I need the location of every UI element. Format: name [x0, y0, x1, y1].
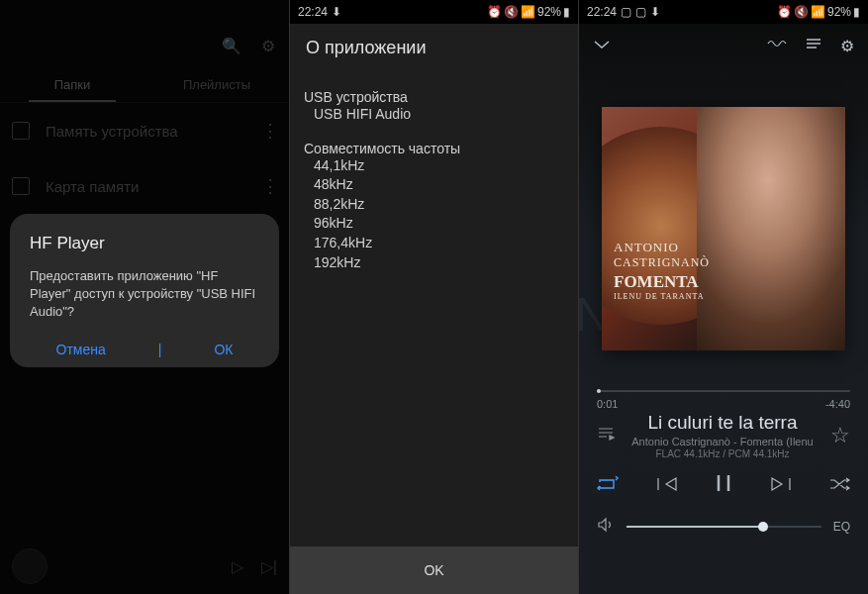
list-item-label: Память устройства [46, 123, 245, 140]
volume-icon[interactable] [597, 517, 615, 537]
album-title: FOMENTA [614, 272, 710, 292]
device-icon [12, 122, 30, 140]
queue-icon[interactable] [805, 37, 822, 54]
album-subtitle: ILENU DE TARANTA [614, 292, 710, 301]
screenshot-icon: ▢ [635, 5, 646, 19]
track-format: FLAC 44.1kHz / PCM 44.1kHz [625, 448, 820, 459]
mini-album-art[interactable] [12, 548, 48, 584]
freq-item: 96kHz [304, 214, 564, 234]
more-icon[interactable]: ⋮ [261, 120, 277, 142]
progress-thumb[interactable] [597, 389, 601, 393]
freq-compat-label: Совместимость частоты [304, 141, 564, 156]
tab-folders[interactable]: Папки [0, 67, 145, 102]
playlist-icon[interactable] [597, 426, 615, 446]
freq-list: 44,1kHz 48kHz 88,2kHz 96kHz 176,4kHz 192… [304, 156, 564, 273]
progress-bar[interactable] [597, 390, 850, 392]
dialog-separator: | [158, 342, 162, 357]
settings-icon[interactable]: ⚙ [261, 37, 275, 55]
signal-icon: 📶 [811, 5, 825, 19]
freq-item: 48kHz [304, 175, 564, 195]
signal-icon: 📶 [521, 5, 535, 19]
search-icon[interactable]: 🔍 [222, 37, 241, 55]
volume-thumb[interactable] [758, 522, 768, 532]
mini-next-icon[interactable]: ▷| [261, 557, 277, 576]
settings-icon[interactable]: ⚙ [840, 37, 854, 55]
dialog-title: HF Player [30, 234, 259, 253]
time-remaining: -4:40 [825, 398, 850, 410]
visualizer-icon[interactable] [767, 37, 787, 54]
alarm-icon: ⏰ [777, 5, 792, 19]
page-title: О приложении [290, 24, 578, 71]
collapse-icon[interactable] [593, 37, 611, 54]
sdcard-icon [12, 177, 30, 195]
battery-icon: ▮ [563, 5, 570, 19]
shuffle-button[interactable] [828, 476, 850, 497]
album-artist-last: CASTRIGNANÒ [614, 255, 710, 270]
mute-icon: 🔇 [794, 5, 809, 19]
favorite-icon[interactable]: ☆ [830, 423, 850, 448]
volume-slider[interactable] [627, 526, 821, 528]
usb-device-value: USB HIFI Audio [304, 105, 564, 125]
album-artist-first: ANTONIO [614, 240, 710, 255]
status-time: 22:24 [298, 5, 328, 19]
freq-item: 192kHz [304, 253, 564, 273]
time-elapsed: 0:01 [597, 398, 618, 410]
repeat-button[interactable] [597, 476, 619, 497]
screenshot-icon: ▢ [621, 5, 631, 19]
usb-devices-label: USB устройства [304, 89, 564, 105]
mini-play-icon[interactable]: ▷ [232, 557, 243, 576]
track-artist: Antonio Castrignanò - Fomenta (Ilenu [625, 436, 820, 447]
status-bar: 22:24 ▢ ▢ ⬇ ⏰ 🔇 📶 92% ▮ [579, 0, 868, 24]
tab-playlists[interactable]: Плейлисты [145, 67, 289, 102]
more-icon[interactable]: ⋮ [261, 175, 277, 197]
list-item[interactable]: Память устройства ⋮ [0, 103, 289, 158]
battery-pct: 92% [537, 5, 561, 19]
download-icon: ⬇ [650, 5, 660, 19]
battery-icon: ▮ [853, 5, 860, 19]
freq-item: 88,2kHz [304, 195, 564, 215]
alarm-icon: ⏰ [487, 5, 502, 19]
status-bar: 22:24 ⬇ ⏰ 🔇 📶 92% ▮ [290, 0, 578, 24]
list-item[interactable]: Карта памяти ⋮ [0, 158, 289, 214]
prev-button[interactable] [656, 476, 678, 497]
pause-button[interactable] [715, 473, 732, 499]
cancel-button[interactable]: Отмена [56, 342, 106, 357]
permission-dialog: HF Player Предоставить приложению "HF Pl… [10, 214, 279, 367]
eq-button[interactable]: EQ [833, 520, 850, 534]
freq-item: 176,4kHz [304, 234, 564, 253]
status-time: 22:24 [587, 5, 617, 19]
next-button[interactable] [770, 476, 792, 497]
download-icon: ⬇ [332, 5, 341, 19]
list-item-label: Карта памяти [46, 178, 245, 195]
dialog-body: Предоставить приложению "HF Player" дост… [30, 267, 259, 322]
ok-button[interactable]: OK [290, 546, 578, 594]
freq-item: 44,1kHz [304, 156, 564, 176]
mute-icon: 🔇 [504, 5, 519, 19]
battery-pct: 92% [827, 5, 851, 19]
ok-button[interactable]: ОК [214, 342, 233, 357]
album-art[interactable]: ANTONIO CASTRIGNANÒ FOMENTA ILENU DE TAR… [602, 107, 845, 350]
track-title: Li culuri te la terra [625, 412, 820, 434]
